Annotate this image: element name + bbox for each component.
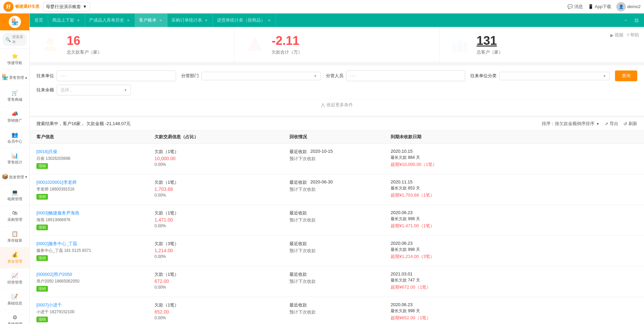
overdue-date-3: 2020.06.23 (391, 241, 637, 246)
sidebar-item-member[interactable]: 👥 会员中心 (0, 127, 29, 148)
last-collect-date-0: 2020-10-15 (310, 149, 333, 155)
result-summary: 搜索结果中，客户16家 (36, 121, 81, 126)
debt-amount-2[interactable]: 1,471.00 (155, 217, 289, 223)
sidebar-item-inventory[interactable]: 📋 库存核算 (0, 227, 29, 247)
customer-info-4: [000002]用户2050 用户2050 18665062050 现销 (36, 271, 155, 292)
filter-unit-category: 往来单位分类 ▼ (470, 72, 610, 80)
collapse-icon: ⋀ (321, 102, 325, 108)
retail-mall-icon: 🛒 (0, 90, 29, 96)
stat-icon-3 (450, 34, 470, 55)
tab-purchase-order-close[interactable]: ✕ (204, 18, 208, 23)
sidebar-search-box[interactable]: 🔍 搜索菜单 (3, 33, 27, 46)
search-button[interactable]: 查询 (615, 70, 637, 81)
debt-info-2: 欠款（1笔） 1,471.00 0.00% (155, 210, 289, 228)
sidebar-item-retail-stats[interactable]: 📊 零售统计 (0, 148, 29, 169)
help-icon: ? (627, 33, 629, 38)
unit-category-select[interactable]: ▼ (499, 72, 610, 80)
tab-purchase-stats[interactable]: 进货单统计表（按商品） ✕ (213, 13, 276, 27)
overdue-days-3: 最长欠款 998 天 (391, 247, 637, 253)
sidebar-item-purchase[interactable]: 🛍 采购管理 (0, 206, 29, 227)
tab-production-close[interactable]: ✕ (126, 18, 131, 23)
customer-name-1[interactable]: [0001020001]李老师 (36, 179, 155, 185)
export-button[interactable]: ↗ 导出 (605, 121, 618, 127)
debt-amount-3[interactable]: 1,214.00 (155, 248, 289, 253)
overdue-amount-5[interactable]: 超期¥652.00（1笔） (391, 315, 637, 321)
stat-number-1: 16 (67, 34, 224, 48)
overdue-days-0: 最长欠款 884 天 (391, 155, 637, 160)
tab-production[interactable]: 产成品入库单历史 ✕ (85, 13, 135, 27)
stats-row: 16 总欠款客户（家） ! -2.11 欠款合计（万） (30, 27, 644, 62)
message-button[interactable]: 💬 消息 (567, 4, 583, 10)
debt-amount-5[interactable]: 652.00 (155, 309, 289, 315)
manager-label: 分管人员 (326, 73, 343, 79)
tab-customer-account[interactable]: 客户账本 ✕ (135, 13, 167, 27)
customer-name-3[interactable]: [0002]服务中心_丁磊 (36, 241, 155, 247)
tab-products-close[interactable]: ✕ (76, 18, 81, 23)
video-icon: ▶ (610, 33, 614, 38)
sidebar-item-finance[interactable]: 💰 资金管理 (0, 247, 29, 268)
tab-purchase-stats-close[interactable]: ✕ (267, 18, 272, 23)
customer-name-4[interactable]: [000002]用户2050 (36, 271, 155, 277)
video-button[interactable]: ▶ 视频 (610, 32, 623, 38)
debt-info-4: 欠款（1笔） 672.00 0.00% (155, 271, 289, 290)
debt-amount-0[interactable]: 10,000.00 (155, 156, 289, 161)
debt-amount-4[interactable]: 672.00 (155, 278, 289, 284)
sidebar-item-system[interactable]: ⚙ 系统管理 (0, 310, 29, 324)
store-selector[interactable]: 母婴行业演示账套 ▼ (43, 2, 90, 11)
overdue-amount-1[interactable]: 超期¥1,703.68（1笔） (391, 192, 637, 198)
tab-products[interactable]: 商品上下架 ✕ (48, 13, 85, 27)
manager-input[interactable]: ··· (346, 70, 466, 81)
overdue-date-5: 2020.06.23 (391, 302, 637, 307)
sidebar-item-basic-info[interactable]: 📝 基础信息 (0, 289, 29, 310)
tab-purchase-order[interactable]: 采购订单统计表 ✕ (167, 13, 213, 27)
help-label: 帮助 (630, 32, 639, 38)
header-overdue: 到期未收款日期 (391, 134, 637, 140)
balance-select[interactable]: 选择... ▼ (57, 85, 131, 95)
tab-customer-account-close[interactable]: ✕ (158, 18, 163, 23)
filter-row-1: 往来单位 ··· 分管部门 ▼ (36, 70, 637, 81)
customer-name-5[interactable]: [0007]小进千 (36, 302, 155, 308)
tab-customer-account-label: 客户账本 (139, 17, 157, 23)
result-bar: 搜索结果中，客户16家， 欠款金额 -21,148.07元 排序：按欠款金额倒序… (30, 117, 644, 130)
sidebar-item-batch-mgmt[interactable]: 📦 批发管理 ▼ (0, 169, 29, 185)
sidebar-item-retail-mgmt[interactable]: 🏪 零售管理 ▲ (0, 70, 29, 86)
collapse-more-btn[interactable]: ⋀ 收起更多条件 (36, 99, 637, 111)
debt-info-3: 欠款（3笔） 1,214.00 0.00% (155, 241, 289, 259)
refresh-button[interactable]: ↺ 刷新 (623, 121, 637, 127)
customer-name-0[interactable]: [0016]吕俊 (36, 149, 155, 155)
system-label: 系统管理 (0, 322, 29, 324)
overdue-amount-4[interactable]: 超期¥672.00（1笔） (391, 284, 637, 290)
overdue-days-4: 最长欠款 747 天 (391, 277, 637, 283)
debt-count-2: 欠款（1笔） (155, 210, 289, 216)
app-download-button[interactable]: 📱 App下载 (588, 4, 611, 10)
tab-minimize-button[interactable]: － (621, 16, 631, 25)
help-button[interactable]: ? 帮助 (627, 32, 639, 38)
sidebar-item-operations[interactable]: 📈 经营管理 (0, 268, 29, 289)
ecommerce-icon: 💻 (0, 189, 29, 196)
overdue-amount-2[interactable]: 超期¥1,471.00（1笔） (391, 223, 637, 229)
collection-next-3: 预计下次收款 (289, 248, 391, 254)
sidebar-item-retail-mall[interactable]: 🛒 零售商城 (0, 86, 29, 107)
overdue-info-1: 2020.11.15 最长欠款 853 天 超期¥1,703.68（1笔） (391, 179, 637, 198)
customer-tag-3: 现销 (36, 255, 48, 261)
filter-department: 分管部门 ▼ (181, 72, 321, 80)
debt-amount-1[interactable]: 1,703.68 (155, 186, 289, 192)
stat-label-3: 总客户（家） (477, 49, 634, 55)
overdue-amount-0[interactable]: 超期¥10,000.00（1笔） (391, 161, 637, 168)
department-select[interactable]: ▼ (201, 72, 321, 80)
sidebar-item-marketing[interactable]: 📣 营销推广 (0, 107, 29, 127)
sort-selector[interactable]: 排序：按欠款金额倒序排序 ▼ (542, 121, 599, 127)
tab-maximize-button[interactable]: ⊡ (632, 16, 641, 25)
overdue-amount-3[interactable]: 超期¥1,214.00（3笔） (391, 254, 637, 260)
user-profile[interactable]: 👤 demo2 (616, 2, 641, 11)
tab-home[interactable]: 首页 (30, 13, 48, 27)
last-collect-label-1: 最近收款 (289, 179, 307, 185)
sidebar-item-quick-nav[interactable]: ⭐ 快捷导航 (0, 49, 29, 70)
sidebar-item-ecommerce[interactable]: 💻 电商管理 (0, 185, 29, 206)
source-unit-input[interactable]: ··· (57, 70, 176, 81)
export-icon: ↗ (605, 121, 608, 126)
collection-info-1: 最近收款 2020-06-30 预计下次收款 (289, 179, 391, 193)
data-table: 客户信息 欠款交易信息（占比） 回收情况 到期未收款日期 [0016]吕俊 吕俊… (30, 130, 644, 324)
customer-name-2[interactable]: [0003]畅捷服务尹海燕 (36, 210, 155, 216)
svg-text:!: ! (253, 46, 254, 50)
